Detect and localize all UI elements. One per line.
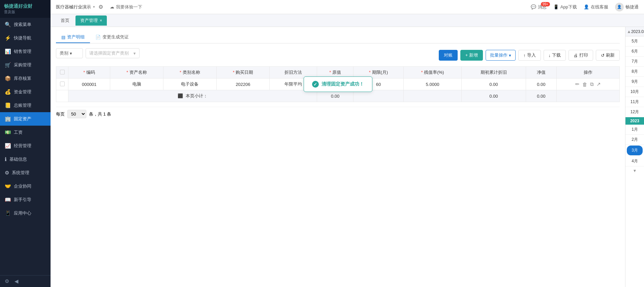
tab-home[interactable]: 首页 [56,15,74,26]
calendar-next-icon[interactable]: ▼ [625,166,644,175]
calendar-month[interactable]: 2月 [625,135,644,145]
ledger-icon: 📒 [5,102,11,108]
sidebar-item-label: 基础信息 [9,156,27,162]
sub-tab-change-voucher[interactable]: 📄 变更生成凭证 [90,32,134,43]
per-page-label: 每页 [56,111,65,117]
sidebar-item-payroll[interactable]: 💵工资 [0,126,51,139]
refresh-button[interactable]: ↺ 刷新 [596,50,620,61]
calendar-month[interactable]: 3月 [627,146,643,156]
calendar-month[interactable]: 4月 [625,156,644,166]
row-category: 电子设备 [163,78,217,90]
sidebar-item-guide[interactable]: 📖新手引导 [0,193,51,206]
sidebar-item-operations[interactable]: 📈经营管理 [0,139,51,153]
sidebar-item-quick-nav[interactable]: ⚡快捷导航 [0,31,51,45]
sidebar-item-inventory[interactable]: 📦库存核算 [0,72,51,85]
settings-icon[interactable]: ⚙ [5,278,9,284]
sidebar-item-system[interactable]: ⚙系统管理 [0,166,51,180]
sidebar-item-label: 系统管理 [12,170,29,176]
sidebar-item-app-center[interactable]: 📱应用中心 [0,206,51,220]
online-service-button[interactable]: 👤 在线客服 [584,4,608,10]
subtotal-checkbox-cell [56,90,68,102]
calendar-prev-icon[interactable]: ▲ [627,29,631,34]
trial-button[interactable]: ☁ 我要体验一下 [110,4,142,10]
messages-button[interactable]: 💬 消息 99+ [531,4,547,10]
download-label: 下载 [552,52,561,58]
sidebar-item-purchase[interactable]: 🛒采购管理 [0,58,51,72]
tab-close-icon[interactable]: × [100,18,102,23]
sidebar-item-fixed-assets[interactable]: 🏢固定资产 [0,112,51,126]
copy-icon[interactable]: ⧉ [590,81,594,87]
toolbar-right: 对账 + 新增 批量操作 ▾ ↑ 导入 ↓ 下载 🖨 [439,50,620,61]
sidebar: 畅捷通好业财 普及版 🔍搜索菜单⚡快捷导航📊销售管理🛒采购管理📦库存核算💰资金管… [0,0,51,287]
trial-label: 我要体验一下 [116,4,142,10]
import-button[interactable]: ↑ 导入 [518,50,541,61]
filter-row: 类别 ▾ 请选择固定资产类别 ▾ [56,48,140,58]
main-area: 医疗器械行业演示 ▾ ⚙ ☁ 我要体验一下 💬 消息 99+ 📱 App下载 👤… [51,0,644,287]
edit-icon[interactable]: ✏ [575,81,580,87]
user-menu[interactable]: 👤 畅捷通 [615,3,639,11]
calendar-month[interactable]: 6月 [625,46,644,57]
calendar-month[interactable]: 10月 [625,87,644,97]
message-icon: 💬 [531,4,536,9]
header-net-value: 净值 [526,67,556,78]
sidebar-item-ledger[interactable]: 📒总账管理 [0,99,51,112]
more-icon[interactable]: ↗ [596,81,601,87]
row-net-value: 0.00 [526,78,556,90]
select-all-checkbox[interactable] [60,70,65,74]
sales-icon: 📊 [5,49,11,55]
calendar-year-label: 2023 [625,117,644,125]
company-selector[interactable]: 医疗器械行业演示 ▾ [56,4,95,10]
sidebar-item-basic-info[interactable]: ℹ基础信息 [0,153,51,166]
calendar-month[interactable]: 9月 [625,77,644,87]
sidebar-item-label: 应用中心 [14,210,31,216]
import-icon: ↑ [523,53,526,58]
download-button[interactable]: ↓ 下载 [544,50,566,61]
calendar-month[interactable]: 8月 [625,67,644,77]
success-icon: ✓ [312,81,319,88]
row-checkbox[interactable] [60,82,65,86]
sidebar-item-label: 快捷导航 [14,35,31,41]
search-menu-icon: 🔍 [5,22,11,28]
purchase-icon: 🛒 [5,62,11,68]
delete-icon[interactable]: 🗑 [582,82,587,87]
print-button[interactable]: 🖨 打印 [569,50,593,61]
filter-chevron-icon: ▾ [70,51,72,56]
online-service-label: 在线客服 [591,4,608,10]
avatar: 👤 [615,3,624,11]
per-page-select[interactable]: 50 10 20 100 [67,110,86,118]
calendar-month[interactable]: 5月 [625,36,644,46]
success-toast: ✓ 清理固定资产成功！ [304,76,372,92]
calendar-month[interactable]: 1月 [625,125,644,135]
calendar-month[interactable]: 12月 [625,107,644,117]
header-category: * 类别名称 [163,67,217,78]
category-input[interactable]: 请选择固定资产类别 ▾ [86,48,140,58]
cloud-icon: ☁ [110,4,114,9]
batch-operations-button[interactable]: 批量操作 ▾ [486,50,516,61]
topbar: 医疗器械行业演示 ▾ ⚙ ☁ 我要体验一下 💬 消息 99+ 📱 App下载 👤… [51,0,644,14]
change-voucher-label: 变更生成凭证 [102,34,129,40]
calendar-header: ▲ 2023.03 [625,27,644,36]
sidebar-bottom: ⚙ ◀ [0,275,51,287]
subtotal-actions [556,90,619,102]
quick-nav-icon: ⚡ [5,35,11,41]
sub-tab-asset-detail[interactable]: ▤ 资产明细 [56,32,90,43]
app-download-button[interactable]: 📱 App下载 [553,4,577,10]
sidebar-item-cooperation[interactable]: 🤝企业协同 [0,180,51,193]
funds-icon: 💰 [5,89,11,95]
collapse-icon[interactable]: ◀ [14,278,19,284]
calendar-month[interactable]: 11月 [625,97,644,107]
reconcile-button[interactable]: 对账 [439,50,458,61]
category-filter[interactable]: 类别 ▾ [56,48,83,58]
tab-asset-label: 资产管理 [80,18,98,24]
topbar-settings-icon[interactable]: ⚙ [98,4,103,10]
calendar-month[interactable]: 7月 [625,57,644,67]
new-button[interactable]: + 新增 [460,50,483,61]
tab-asset-management[interactable]: 资产管理 × [75,15,107,26]
row-name: 电脑 [110,78,163,90]
tab-home-label: 首页 [61,18,69,24]
sidebar-item-sales[interactable]: 📊销售管理 [0,45,51,58]
sidebar-item-search-menu[interactable]: 🔍搜索菜单 [0,18,51,31]
pagination: 每页 50 10 20 100 条，共 1 条 [56,107,620,121]
change-voucher-icon: 📄 [95,35,101,40]
sidebar-item-funds[interactable]: 💰资金管理 [0,85,51,99]
